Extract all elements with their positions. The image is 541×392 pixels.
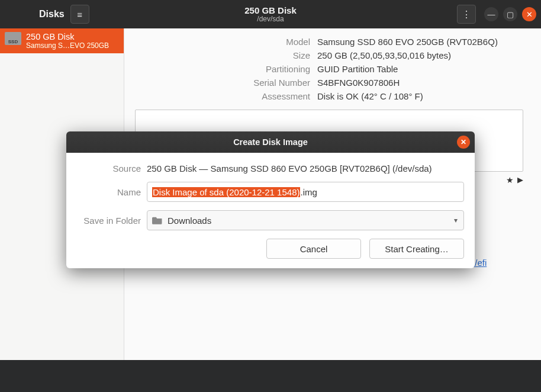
folder-label: Save in Folder [77, 216, 141, 226]
name-input[interactable]: Disk Image of sda (2020-12-21 1548).img [147, 182, 464, 202]
cancel-button[interactable]: Cancel [266, 239, 361, 259]
source-value: 250 GB Disk — Samsung SSD 860 EVO 250GB … [147, 163, 464, 173]
dialog-header: Create Disk Image ✕ [66, 131, 475, 153]
name-input-selection: Disk Image of sda (2020-12-21 1548) [152, 187, 300, 197]
start-creating-button[interactable]: Start Creating… [369, 239, 464, 259]
folder-icon [152, 216, 163, 224]
dialog-close-button[interactable]: ✕ [457, 136, 470, 149]
close-icon: ✕ [461, 138, 466, 146]
folder-combo[interactable]: Downloads [147, 210, 464, 230]
modal-backdrop: Create Disk Image ✕ Source 250 GB Disk —… [0, 0, 541, 392]
name-label: Name [77, 187, 141, 197]
folder-value: Downloads [168, 216, 211, 226]
name-input-suffix: .img [300, 187, 317, 197]
source-label: Source [77, 163, 141, 173]
create-disk-image-dialog: Create Disk Image ✕ Source 250 GB Disk —… [66, 131, 475, 268]
dialog-title: Create Disk Image [233, 137, 308, 147]
